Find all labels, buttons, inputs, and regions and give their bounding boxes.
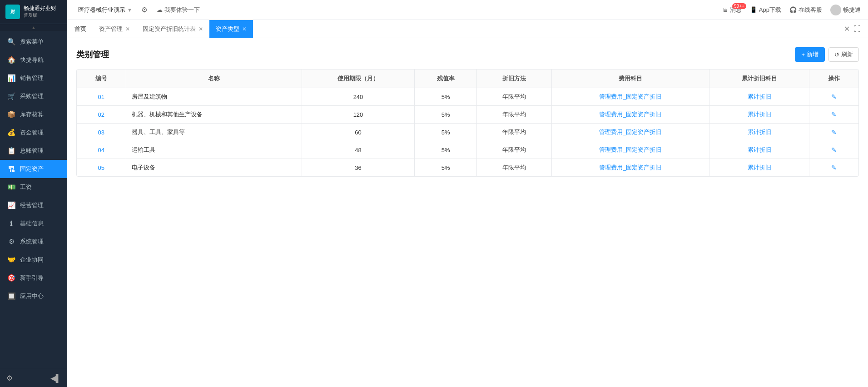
cell-name: 电子设备 bbox=[126, 159, 302, 177]
sidebar-item-sales[interactable]: 📊 销售管理 bbox=[0, 69, 67, 87]
cell-expense: 管理费用_固定资产折旧 bbox=[551, 124, 709, 141]
ledger-icon: 📋 bbox=[7, 147, 15, 155]
sidebar-logo: 财 畅捷通好业财 普及版 bbox=[0, 0, 67, 24]
edit-icon[interactable]: ✎ bbox=[831, 129, 837, 136]
col-code: 编号 bbox=[77, 69, 126, 88]
sidebar-item-label: 快捷导航 bbox=[20, 56, 44, 64]
sidebar-item-quick-nav[interactable]: 🏠 快捷导航 bbox=[0, 51, 67, 69]
refresh-icon: ↺ bbox=[834, 51, 839, 58]
cell-method: 年限平均 bbox=[477, 106, 552, 124]
industry-label: 医疗器械行业演示 bbox=[78, 6, 125, 14]
sidebar-item-ops[interactable]: 📈 经营管理 bbox=[0, 196, 67, 214]
tab-asset-type[interactable]: 资产类型 ✕ bbox=[209, 20, 253, 38]
table-row: 03 器具、工具、家具等 60 5% 年限平均 管理费用_固定资产折旧 累计折旧… bbox=[77, 124, 858, 141]
cloud-icon: ☁ bbox=[157, 6, 163, 13]
sidebar-item-purchase[interactable]: 🛒 采购管理 bbox=[0, 87, 67, 105]
refresh-btn[interactable]: ↺ 刷新 bbox=[828, 47, 859, 62]
notification-btn[interactable]: 🖥 消息 99+ bbox=[722, 6, 742, 14]
logo-name: 畅捷通好业财 bbox=[24, 5, 56, 12]
tab-depreciation-close[interactable]: ✕ bbox=[198, 26, 203, 32]
collab-icon: 🤝 bbox=[7, 256, 15, 264]
cell-method: 年限平均 bbox=[477, 124, 552, 141]
tab-depreciation-label: 固定资产折旧统计表 bbox=[143, 25, 196, 33]
col-method: 折旧方法 bbox=[477, 69, 552, 88]
inventory-icon: 📦 bbox=[7, 110, 15, 119]
sidebar-item-capital[interactable]: 💰 资金管理 bbox=[0, 124, 67, 142]
table-row: 04 运输工具 48 5% 年限平均 管理费用_固定资产折旧 累计折旧 ✎ bbox=[77, 141, 858, 159]
logo-sub: 普及版 bbox=[24, 12, 56, 19]
sidebar-item-label: 搜索菜单 bbox=[20, 38, 44, 46]
table: 编号 名称 使用期限（月） 残值率 折旧方法 费用科目 累计折旧科目 操作 01… bbox=[77, 69, 858, 176]
sidebar-item-salary[interactable]: 💵 工资 bbox=[0, 178, 67, 196]
close-btn[interactable]: ✕ bbox=[844, 25, 850, 33]
edit-icon[interactable]: ✎ bbox=[831, 146, 837, 154]
cell-residual: 5% bbox=[415, 88, 477, 106]
cell-accum: 累计折旧 bbox=[709, 141, 809, 159]
user-avatar-icon bbox=[830, 5, 841, 15]
cell-accum: 累计折旧 bbox=[709, 88, 809, 106]
app-download-btn[interactable]: 📱 App下载 bbox=[750, 6, 781, 14]
tab-asset-mgmt[interactable]: 资产管理 ✕ bbox=[93, 20, 136, 38]
user-btn[interactable]: 畅捷通 bbox=[830, 5, 861, 15]
try-experience-btn[interactable]: ☁ 我要体验一下 bbox=[153, 4, 203, 16]
cell-action[interactable]: ✎ bbox=[809, 159, 858, 177]
maximize-btn[interactable]: ⛶ bbox=[853, 25, 861, 33]
sidebar-item-label: 销售管理 bbox=[20, 74, 44, 82]
cell-months: 36 bbox=[302, 159, 414, 177]
scroll-up-icon[interactable]: ▲ bbox=[31, 25, 36, 30]
sidebar-item-label: 新手引导 bbox=[20, 274, 44, 282]
sidebar-item-collab[interactable]: 🤝 企业协同 bbox=[0, 251, 67, 269]
topbar-left: 医疗器械行业演示 ▼ ⚙ ☁ 我要体验一下 bbox=[74, 4, 717, 16]
sidebar-item-search[interactable]: 🔍 搜索菜单 bbox=[0, 33, 67, 51]
sidebar-item-label: 采购管理 bbox=[20, 92, 44, 100]
guide-icon: 🎯 bbox=[7, 274, 15, 282]
sidebar-item-guide[interactable]: 🎯 新手引导 bbox=[0, 269, 67, 287]
cell-name: 房屋及建筑物 bbox=[126, 88, 302, 106]
topbar: 医疗器械行业演示 ▼ ⚙ ☁ 我要体验一下 🖥 消息 99+ 📱 App下载 🎧… bbox=[67, 0, 868, 20]
cell-action[interactable]: ✎ bbox=[809, 88, 858, 106]
cell-name: 运输工具 bbox=[126, 141, 302, 159]
notification-icon: 🖥 bbox=[722, 6, 728, 13]
cell-method: 年限平均 bbox=[477, 141, 552, 159]
sales-icon: 📊 bbox=[7, 74, 15, 82]
industry-selector[interactable]: 医疗器械行业演示 ▼ bbox=[74, 4, 136, 16]
cell-code: 03 bbox=[77, 124, 126, 141]
main-area: 医疗器械行业演示 ▼ ⚙ ☁ 我要体验一下 🖥 消息 99+ 📱 App下载 🎧… bbox=[67, 0, 868, 387]
cell-accum: 累计折旧 bbox=[709, 124, 809, 141]
sidebar-item-app-center[interactable]: 🔲 应用中心 bbox=[0, 287, 67, 305]
col-name: 名称 bbox=[126, 69, 302, 88]
gear-icon[interactable]: ⚙ bbox=[139, 4, 149, 16]
tab-asset-mgmt-close[interactable]: ✕ bbox=[125, 26, 130, 32]
online-service-label: 在线客服 bbox=[799, 6, 822, 14]
edit-icon[interactable]: ✎ bbox=[831, 111, 837, 118]
col-residual: 残值率 bbox=[415, 69, 477, 88]
tab-asset-type-close[interactable]: ✕ bbox=[242, 26, 247, 32]
logo-icon: 财 bbox=[5, 5, 20, 19]
edit-icon[interactable]: ✎ bbox=[831, 164, 837, 171]
cell-expense: 管理费用_固定资产折旧 bbox=[551, 159, 709, 177]
sidebar-item-ledger[interactable]: 📋 总账管理 bbox=[0, 142, 67, 160]
cell-method: 年限平均 bbox=[477, 159, 552, 177]
col-action: 操作 bbox=[809, 69, 858, 88]
sidebar-item-label: 经营管理 bbox=[20, 201, 44, 209]
new-btn[interactable]: + 新增 bbox=[795, 47, 825, 62]
sidebar-item-system[interactable]: ⚙ 系统管理 bbox=[0, 233, 67, 251]
edit-icon[interactable]: ✎ bbox=[831, 93, 837, 100]
cell-action[interactable]: ✎ bbox=[809, 124, 858, 141]
cell-months: 240 bbox=[302, 88, 414, 106]
sidebar-item-base-info[interactable]: ℹ 基础信息 bbox=[0, 214, 67, 233]
base-info-icon: ℹ bbox=[7, 219, 15, 228]
tab-depreciation[interactable]: 固定资产折旧统计表 ✕ bbox=[136, 20, 209, 38]
cell-residual: 5% bbox=[415, 106, 477, 124]
cell-action[interactable]: ✎ bbox=[809, 141, 858, 159]
cell-months: 48 bbox=[302, 141, 414, 159]
collapse-icon[interactable]: ◀▌ bbox=[50, 374, 61, 382]
cell-expense: 管理费用_固定资产折旧 bbox=[551, 88, 709, 106]
cell-action[interactable]: ✎ bbox=[809, 106, 858, 124]
sidebar-item-inventory[interactable]: 📦 库存核算 bbox=[0, 105, 67, 124]
online-service-btn[interactable]: 🎧 在线客服 bbox=[789, 6, 822, 14]
sidebar-item-fixed-assets[interactable]: 🏗 固定资产 bbox=[0, 160, 67, 178]
settings-icon[interactable]: ⚙ bbox=[6, 374, 13, 382]
table-row: 05 电子设备 36 5% 年限平均 管理费用_固定资产折旧 累计折旧 ✎ bbox=[77, 159, 858, 177]
tab-home[interactable]: 首页 bbox=[74, 20, 93, 38]
